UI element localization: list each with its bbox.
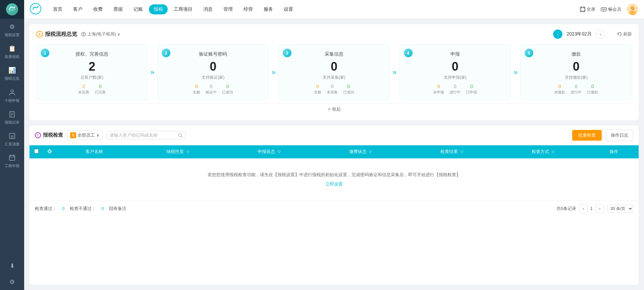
topnav-logo bbox=[30, 3, 43, 16]
nav-item-tax[interactable]: 报税 bbox=[149, 4, 168, 14]
date-prev-btn[interactable]: ‹ bbox=[553, 29, 562, 39]
sidebar-item-personal-tax-label: 个税申报 bbox=[5, 98, 19, 103]
filter-check-method-icon[interactable]: ▽ bbox=[552, 150, 554, 154]
nav-item-fee[interactable]: 收费 bbox=[89, 4, 107, 14]
arrow-4: » bbox=[511, 44, 520, 100]
header-pay-status: 缴费状态 ▽ bbox=[315, 145, 406, 158]
sidebar-item-tax-overview[interactable]: 📊 报税总览 bbox=[0, 62, 24, 84]
header-check-method: 检查方式 ▽ bbox=[497, 145, 589, 158]
nav-item-management[interactable]: 管理 bbox=[219, 4, 237, 14]
sidebar-item-personal-tax[interactable]: 个税申报 bbox=[0, 84, 24, 106]
stat-label-4-0: 未申报 bbox=[433, 90, 444, 95]
search-box bbox=[107, 131, 186, 139]
stat-val-2-2: 0 bbox=[226, 84, 229, 89]
step-stats-4: 0 未申报 0 进行中 0 已申报 bbox=[405, 84, 505, 95]
step-num-4: 4 bbox=[404, 49, 413, 57]
app-logo-icon bbox=[6, 3, 18, 15]
step-num-3: 3 bbox=[283, 49, 291, 57]
step-stat-5-2: 0 已缴款 bbox=[587, 84, 598, 95]
step-count-1: 2 bbox=[42, 60, 142, 73]
stat-val-3-0: 0 bbox=[316, 84, 319, 89]
svg-rect-13 bbox=[601, 8, 606, 11]
next-page-btn[interactable]: › bbox=[595, 204, 604, 213]
check-title: ! 报税检查 bbox=[35, 132, 63, 138]
current-page: 1 bbox=[590, 206, 593, 211]
batch-check-btn[interactable]: 批量检查 bbox=[572, 130, 602, 141]
sidebar-item-download[interactable]: ⬇ bbox=[0, 258, 24, 274]
sidebar-item-annual-report[interactable]: 工商年报 bbox=[0, 150, 24, 171]
filter-check-result-icon[interactable]: ▽ bbox=[461, 150, 463, 154]
sidebar-item-settings[interactable]: ⚙ bbox=[0, 274, 24, 290]
step-stat-5-0: 0 未缴款 bbox=[554, 84, 565, 95]
staff-selector[interactable]: 员 全部员工 ∨ bbox=[67, 131, 103, 140]
svg-line-22 bbox=[181, 136, 183, 137]
refresh-label: 刷新 bbox=[623, 31, 632, 37]
nav-item-business[interactable]: 工商项目 bbox=[169, 4, 197, 14]
overview-title-text: 报税流程总览 bbox=[45, 31, 77, 38]
fullscreen-btn[interactable]: 全屏 bbox=[580, 6, 595, 12]
per-page-select[interactable]: 30 条/页 bbox=[607, 205, 633, 213]
nav-item-bookkeeping[interactable]: 记账 bbox=[129, 4, 148, 14]
column-settings-icon[interactable] bbox=[47, 149, 52, 154]
nav-item-settings[interactable]: 设置 bbox=[279, 4, 298, 14]
stat-val-5-0: 0 bbox=[558, 84, 561, 89]
avatar[interactable] bbox=[627, 3, 639, 15]
step-title-2: 验证账号密码 bbox=[163, 51, 263, 57]
step-stat-1-1: 0 已完善 bbox=[95, 84, 106, 95]
filter-pay-icon[interactable]: ▽ bbox=[369, 150, 372, 154]
total-records: 共0条记录 bbox=[556, 206, 576, 212]
select-all-checkbox[interactable] bbox=[34, 149, 39, 153]
nav-item-operation[interactable]: 经营 bbox=[239, 4, 258, 14]
stat-label-5-2: 已缴款 bbox=[587, 90, 598, 95]
overview-card: + 报税流程总览 上海(电子税局) ∨ ‹ 2023年02月 › bbox=[30, 24, 639, 120]
operation-log-btn[interactable]: 操作日志 bbox=[606, 130, 633, 141]
fail-count[interactable]: 0 bbox=[101, 206, 104, 211]
check-table-wrap: 客户名称 纳税性质 ▽ 申报状态 ▽ 缴费状态 ▽ 检查结果 ▽ 检查方式 ▽ … bbox=[30, 145, 639, 201]
vip-btn[interactable]: 畅会员 bbox=[601, 6, 621, 12]
sidebar-item-tax-settings[interactable]: ⚙ 报税设置 bbox=[0, 19, 24, 41]
search-icon[interactable] bbox=[178, 133, 183, 138]
immediate-setup-link[interactable]: 立即设置 bbox=[36, 181, 632, 187]
stat-val-4-2: 0 bbox=[470, 84, 473, 89]
step-stats-1: 2 未完善 0 已完善 bbox=[42, 84, 142, 95]
collapse-btn[interactable]: ∧ 收起 bbox=[36, 103, 632, 115]
tax-bureau-selector[interactable]: 上海(电子税局) ∨ bbox=[81, 31, 120, 37]
gear-icon: ⚙ bbox=[7, 277, 17, 287]
step-card-1: 1 授权、完善信息 2 总客户数(家) 2 未完善 0 已完善 bbox=[36, 44, 148, 100]
pass-label: 检查通过： bbox=[35, 206, 57, 212]
stat-label-1-0: 未完善 bbox=[78, 90, 89, 95]
stat-val-4-0: 0 bbox=[437, 84, 440, 89]
step-stats-3: 0 失败 0 未采集 0 已成功 bbox=[284, 84, 384, 95]
sidebar-item-settlement[interactable]: 税 汇算清缴 bbox=[0, 128, 24, 150]
nav-item-service[interactable]: 服务 bbox=[259, 4, 278, 14]
svg-point-18 bbox=[633, 8, 634, 8]
sidebar-item-tax-overview-label: 报税总览 bbox=[5, 76, 19, 81]
check-footer: 检查通过： 0 检查不通过： 0 囧有备注 共0条记录 ‹ 1 › 30 条/页 bbox=[30, 201, 639, 216]
personal-tax-icon bbox=[7, 88, 17, 97]
tax-overview-icon: 📊 bbox=[7, 66, 17, 75]
step-title-5: 缴款 bbox=[526, 51, 626, 57]
date-next-btn[interactable]: › bbox=[596, 29, 605, 39]
chevron-down-icon: ∨ bbox=[117, 32, 120, 37]
sidebar-item-batch-tax[interactable]: 📋 批量报税 bbox=[0, 41, 24, 62]
step-count-4: 0 bbox=[405, 60, 505, 73]
nav-item-invoice[interactable]: 票据 bbox=[109, 4, 127, 14]
refresh-btn[interactable]: 刷新 bbox=[617, 31, 632, 37]
prev-page-btn[interactable]: ‹ bbox=[579, 204, 588, 213]
step-stat-2-2: 0 已成功 bbox=[222, 84, 233, 95]
nav-item-customer[interactable]: 客户 bbox=[68, 4, 87, 14]
sidebar-item-tax-record[interactable]: 报税记录 bbox=[0, 106, 24, 128]
filter-tax-nature-icon[interactable]: ▽ bbox=[186, 150, 189, 154]
step-count-2: 0 bbox=[163, 60, 263, 73]
filter-declare-icon[interactable]: ▽ bbox=[278, 150, 280, 154]
nav-item-message[interactable]: 消息 bbox=[199, 4, 217, 14]
sidebar-item-tax-record-label: 报税记录 bbox=[5, 120, 19, 125]
pass-count[interactable]: 0 bbox=[62, 206, 64, 211]
search-input[interactable] bbox=[110, 133, 177, 138]
sidebar: ⚙ 报税设置 📋 批量报税 📊 报税总览 个税申报 报税记录 bbox=[0, 0, 24, 290]
nav-item-home[interactable]: 首页 bbox=[48, 4, 67, 14]
check-table: 客户名称 纳税性质 ▽ 申报状态 ▽ 缴费状态 ▽ 检查结果 ▽ 检查方式 ▽ … bbox=[30, 145, 639, 201]
staff-icon: 员 bbox=[70, 132, 76, 138]
step-sub-1: 总客户数(家) bbox=[42, 75, 142, 80]
stat-val-3-2: 0 bbox=[347, 84, 350, 89]
